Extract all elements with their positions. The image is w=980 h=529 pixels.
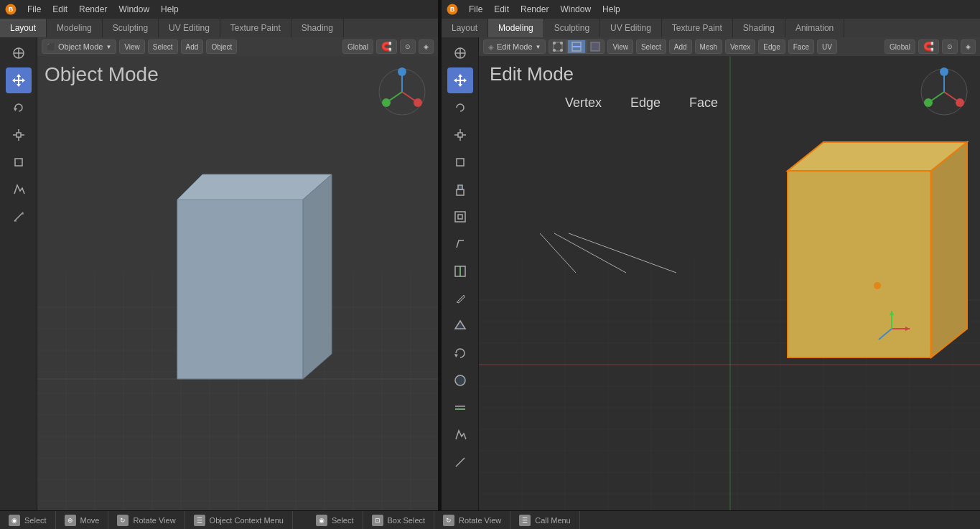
- menu-file-right[interactable]: File: [463, 0, 488, 19]
- status-move-left: ⊕ Move: [56, 511, 109, 529]
- view-btn-right[interactable]: View: [607, 39, 633, 54]
- transform-tool-left[interactable]: [6, 149, 32, 175]
- global-btn-left[interactable]: Global: [342, 39, 373, 54]
- bevel-tool[interactable]: [447, 231, 473, 257]
- overlay-btn-right[interactable]: ⊙: [942, 39, 958, 54]
- svg-point-89: [560, 49, 563, 52]
- nav-gizmo-left: [373, 63, 431, 121]
- svg-marker-8: [17, 84, 21, 87]
- vertex-sel-btn[interactable]: [549, 39, 567, 54]
- mode-dropdown-right[interactable]: ◈ Edit Mode ▼: [483, 39, 546, 54]
- rotate-tool-left[interactable]: [6, 95, 32, 121]
- move-tool-right[interactable]: [447, 67, 473, 93]
- blender-logo-left[interactable]: B: [0, 0, 22, 19]
- tab-layout-right[interactable]: Layout: [442, 19, 488, 37]
- panel-divider: [438, 0, 442, 529]
- menu-window-left[interactable]: Window: [113, 0, 155, 19]
- workspace-tabs-right: Layout Modeling Sculpting UV Editing Tex…: [442, 19, 980, 37]
- toolbar-left: [0, 37, 37, 518]
- vertex-btn-right[interactable]: Vertex: [725, 39, 755, 54]
- menu-help-left[interactable]: Help: [155, 0, 185, 19]
- menu-window-right[interactable]: Window: [554, 0, 597, 19]
- right-top-menu-bar: B File Edit Render Window Help: [442, 0, 980, 19]
- menu-render-right[interactable]: Render: [515, 0, 554, 19]
- mesh-btn-right[interactable]: Mesh: [695, 39, 722, 54]
- transform-tool-right[interactable]: [447, 149, 473, 175]
- tab-layout-left[interactable]: Layout: [0, 19, 47, 37]
- edge-sel-btn[interactable]: [567, 39, 586, 54]
- loop-cut-tool[interactable]: [447, 258, 473, 284]
- svg-point-53: [414, 98, 422, 107]
- tab-texturepaint-left[interactable]: Texture Paint: [220, 19, 291, 37]
- mode-dropdown-arrow-right: ▼: [536, 44, 541, 50]
- menu-edit-left[interactable]: Edit: [47, 0, 73, 19]
- annotate-tool-left[interactable]: [6, 177, 32, 202]
- select-btn-right[interactable]: Select: [636, 39, 666, 54]
- rotate-tool-right[interactable]: [447, 95, 473, 121]
- blender-logo-right[interactable]: B: [442, 0, 463, 19]
- viewport-left[interactable]: Object Mode: [37, 56, 438, 518]
- face-sel-btn[interactable]: [586, 39, 605, 54]
- object-btn-left[interactable]: Object: [206, 39, 237, 54]
- tab-shading-right[interactable]: Shading: [733, 19, 785, 37]
- tab-texturepaint-right[interactable]: Texture Paint: [662, 19, 733, 37]
- svg-marker-66: [464, 78, 467, 83]
- mouse-left-icon: ◉: [9, 515, 20, 526]
- knife-tool[interactable]: [447, 286, 473, 312]
- svg-rect-75: [455, 212, 465, 222]
- edge-btn-right[interactable]: Edge: [758, 39, 785, 54]
- grid-left: [37, 56, 438, 518]
- global-btn-right[interactable]: Global: [885, 39, 915, 54]
- overlay-btn-left[interactable]: ⊙: [400, 39, 416, 54]
- move-tool-left[interactable]: [6, 67, 32, 93]
- scale-tool-left[interactable]: [6, 122, 32, 148]
- spin-tool[interactable]: [447, 340, 473, 366]
- menu-edit-right[interactable]: Edit: [488, 0, 515, 19]
- svg-point-87: [560, 42, 563, 45]
- tab-shading-left[interactable]: Shading: [291, 19, 344, 37]
- tab-modeling-right[interactable]: Modeling: [488, 19, 544, 37]
- measure-tool-left[interactable]: [6, 204, 32, 230]
- cursor-tool-right[interactable]: [447, 40, 473, 66]
- xray-btn-right[interactable]: ◈: [961, 39, 976, 54]
- tab-sculpting-right[interactable]: Sculpting: [544, 19, 600, 37]
- tab-modeling-left[interactable]: Modeling: [47, 19, 103, 37]
- smooth-tool[interactable]: [447, 368, 473, 393]
- svg-point-51: [398, 67, 406, 76]
- menu-help-right[interactable]: Help: [597, 0, 626, 19]
- tab-uvediting-right[interactable]: UV Editing: [600, 19, 662, 37]
- scale-tool-right[interactable]: [447, 122, 473, 148]
- snap-btn-left[interactable]: 🧲: [376, 39, 397, 54]
- menu-file-left[interactable]: File: [22, 0, 47, 19]
- add-btn-right[interactable]: Add: [669, 39, 692, 54]
- svg-rect-73: [457, 189, 464, 195]
- status-rotate-left: ↻ Rotate View: [108, 511, 185, 529]
- tab-uvediting-left[interactable]: UV Editing: [159, 19, 220, 37]
- snap-btn-right[interactable]: 🧲: [918, 39, 939, 54]
- svg-rect-12: [17, 133, 21, 137]
- view-btn-left[interactable]: View: [119, 39, 145, 54]
- add-btn-left[interactable]: Add: [181, 39, 204, 54]
- face-btn-right[interactable]: Face: [788, 39, 814, 54]
- rotate-view-icon-right: ↻: [443, 515, 454, 526]
- tab-sculpting-left[interactable]: Sculpting: [103, 19, 159, 37]
- menu-render-left[interactable]: Render: [73, 0, 113, 19]
- cursor-tool-left[interactable]: [6, 40, 32, 66]
- annotate-tool-right[interactable]: [447, 422, 473, 448]
- svg-point-134: [956, 98, 964, 107]
- inset-tool[interactable]: [447, 204, 473, 230]
- status-select-right: ◉ Select: [307, 511, 363, 529]
- workspace-tabs-left: Layout Modeling Sculpting UV Editing Tex…: [0, 19, 438, 37]
- uv-btn-right[interactable]: UV: [817, 39, 837, 54]
- svg-line-84: [456, 458, 465, 467]
- select-btn-left[interactable]: Select: [148, 39, 178, 54]
- tab-animation-right[interactable]: Animation: [785, 19, 844, 37]
- extrude-tool[interactable]: [447, 177, 473, 202]
- mode-dropdown-left[interactable]: ⬛ Object Mode ▼: [42, 39, 116, 54]
- header-bar-left: ⬛ Object Mode ▼ View Select Add Object G…: [37, 37, 438, 56]
- edge-slide-tool[interactable]: [447, 395, 473, 421]
- measure-tool-right[interactable]: [447, 449, 473, 475]
- viewport-right[interactable]: Edit Mode Vertex Edge Face: [479, 56, 980, 518]
- xray-btn-left[interactable]: ◈: [419, 39, 434, 54]
- polybuild-tool[interactable]: [447, 313, 473, 339]
